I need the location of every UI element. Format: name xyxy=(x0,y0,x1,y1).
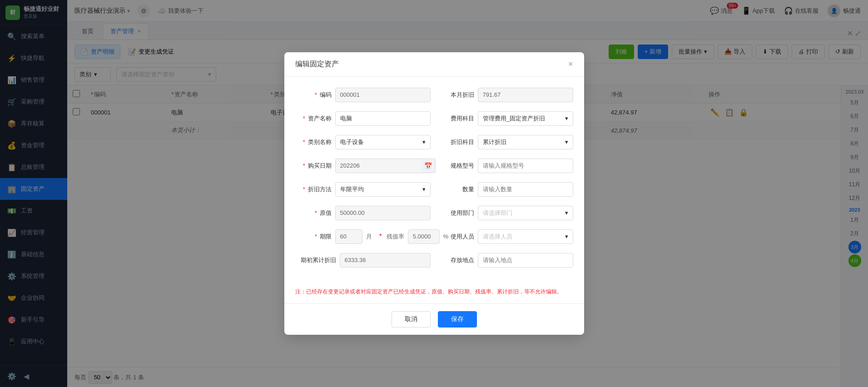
department-label: 使用部门 xyxy=(438,209,474,217)
field-quantity: 数量 xyxy=(438,182,573,197)
modal-row-1: * 编码 本月折旧 xyxy=(295,88,573,102)
field-purchase-date: * 购买日期 📅 xyxy=(295,159,431,173)
field-code: * 编码 xyxy=(295,88,431,102)
modal-overlay: 编辑固定资产 × * 编码 本月折旧 xyxy=(0,0,868,387)
expense-subject-label: 费用科目 xyxy=(438,114,474,123)
field-name: * 资产名称 xyxy=(295,111,431,126)
depreciation-method-label: * 折旧方法 xyxy=(295,185,332,194)
modal-row-4: * 购买日期 📅 规格型号 xyxy=(295,159,573,173)
modal-header: 编辑固定资产 × xyxy=(284,52,584,77)
depreciation-subject-dropdown-icon: ▾ xyxy=(565,139,568,145)
modal-row-2: * 资产名称 费用科目 管理费用_固定资产折旧 ▾ xyxy=(295,111,573,126)
expense-subject-select[interactable]: 管理费用_固定资产折旧 ▾ xyxy=(478,111,573,126)
code-input[interactable] xyxy=(335,88,431,102)
field-location: 存放地点 xyxy=(438,253,573,268)
spec-model-label: 规格型号 xyxy=(438,162,474,170)
field-initial-accumulated: 期初累计折旧 xyxy=(295,253,431,268)
modal-row-8: 期初累计折旧 存放地点 xyxy=(295,253,573,268)
modal-footer: 取消 保存 xyxy=(284,303,584,335)
name-input[interactable] xyxy=(335,111,431,126)
modal-row-5: * 折旧方法 年限平均 ▾ 数量 xyxy=(295,182,573,197)
quantity-input[interactable] xyxy=(478,182,573,197)
field-depreciation-method: * 折旧方法 年限平均 ▾ xyxy=(295,182,431,197)
field-department: 使用部门 请选择部门 ▾ xyxy=(438,206,573,220)
initial-accumulated-input[interactable] xyxy=(340,253,431,268)
original-value-input[interactable] xyxy=(335,206,431,220)
edit-fixed-asset-modal: 编辑固定资产 × * 编码 本月折旧 xyxy=(284,52,584,335)
field-person: 使用人员 请选择人员 ▾ xyxy=(438,229,573,244)
field-period-salvage: * 期限 月 * 残值率 % xyxy=(295,229,431,244)
purchase-date-input[interactable] xyxy=(335,159,421,173)
field-expense-subject: 费用科目 管理费用_固定资产折旧 ▾ xyxy=(438,111,573,126)
location-label: 存放地点 xyxy=(438,256,474,264)
depreciation-subject-label: 折旧科目 xyxy=(438,138,474,146)
category-select[interactable]: 电子设备 ▾ xyxy=(335,135,431,149)
category-label: * 类别名称 xyxy=(295,138,332,146)
salvage-rate-input[interactable] xyxy=(408,229,440,244)
field-original-value: * 原值 xyxy=(295,206,431,220)
spec-model-input[interactable] xyxy=(478,159,573,173)
period-unit: 月 xyxy=(366,233,372,241)
original-value-label: * 原值 xyxy=(295,209,332,217)
monthly-depreciation-input xyxy=(478,88,573,102)
person-dropdown-icon: ▾ xyxy=(565,233,568,240)
purchase-date-label: * 购买日期 xyxy=(295,162,332,170)
initial-accumulated-label: 期初累计折旧 xyxy=(295,256,336,264)
code-label: * 编码 xyxy=(295,91,332,99)
depreciation-method-dropdown-icon: ▾ xyxy=(422,186,426,193)
modal-close-button[interactable]: × xyxy=(568,60,573,68)
modal-body: * 编码 本月折旧 * 资产名称 xyxy=(284,77,584,288)
period-label: * 期限 xyxy=(295,233,332,241)
calendar-picker-icon[interactable]: 📅 xyxy=(421,159,436,173)
department-dropdown-icon: ▾ xyxy=(565,209,568,216)
modal-row-7: * 期限 月 * 残值率 % 使用人员 请选择人员 xyxy=(295,229,573,244)
person-label: 使用人员 xyxy=(438,233,474,241)
field-spec-model: 规格型号 xyxy=(438,159,573,173)
depreciation-method-select[interactable]: 年限平均 ▾ xyxy=(335,182,431,197)
purchase-date-wrapper: 📅 xyxy=(335,159,436,173)
quantity-label: 数量 xyxy=(438,185,474,194)
period-salvage-group: 月 * 残值率 % xyxy=(335,229,437,244)
modal-row-3: * 类别名称 电子设备 ▾ 折旧科目 累计折旧 ▾ xyxy=(295,135,573,149)
cancel-button[interactable]: 取消 xyxy=(392,311,431,327)
modal-title: 编辑固定资产 xyxy=(295,60,339,69)
depreciation-subject-select[interactable]: 累计折旧 ▾ xyxy=(478,135,573,149)
modal-row-6: * 原值 使用部门 请选择部门 ▾ xyxy=(295,206,573,220)
field-category: * 类别名称 电子设备 ▾ xyxy=(295,135,431,149)
name-label: * 资产名称 xyxy=(295,114,332,123)
monthly-depreciation-label: 本月折旧 xyxy=(438,91,474,99)
expense-subject-dropdown-icon: ▾ xyxy=(565,115,568,122)
field-depreciation-subject: 折旧科目 累计折旧 ▾ xyxy=(438,135,573,149)
save-button[interactable]: 保存 xyxy=(438,311,477,327)
category-dropdown-icon: ▾ xyxy=(422,139,426,145)
field-monthly-depreciation: 本月折旧 xyxy=(438,88,573,102)
person-select[interactable]: 请选择人员 ▾ xyxy=(478,229,573,244)
modal-note: 注：已经存在变更记录或者对应固定资产已经生成凭证，原值、购买日期、残值率、累计折… xyxy=(284,288,584,303)
department-select[interactable]: 请选择部门 ▾ xyxy=(478,206,573,220)
location-input[interactable] xyxy=(478,253,573,268)
period-input[interactable] xyxy=(335,229,362,244)
